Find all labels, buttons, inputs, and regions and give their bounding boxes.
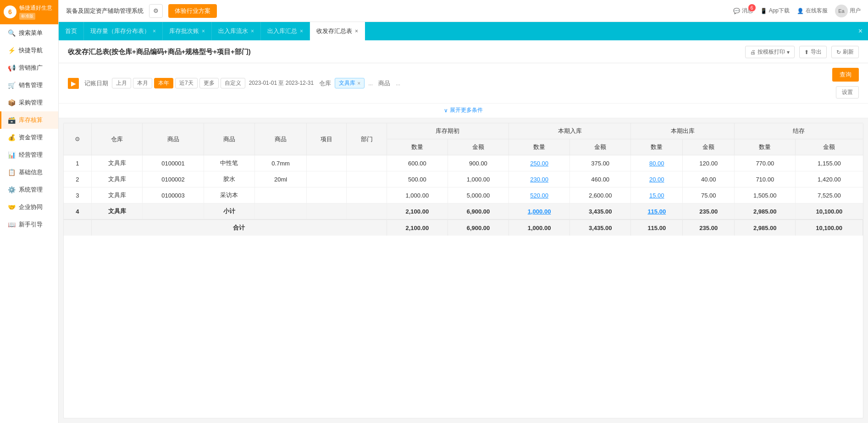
finance-icon: 💰 [8, 134, 15, 141]
cell-close-amt: 7,525.00 [796, 187, 863, 203]
warehouse-filter-label: 仓库 [319, 79, 331, 88]
footer-cell-1: 合计 [91, 220, 387, 236]
tab-inout-summary-close[interactable]: × [300, 28, 303, 34]
sidebar-item-label: 资金管理 [19, 133, 43, 142]
cell-product-spec: 0.7mm [255, 155, 307, 171]
data-table: ⚙ 仓库 商品 商品 商品 项目 部门 库存期初 本期入库 本期出库 结存 [64, 123, 863, 236]
warehouse-tag-close[interactable]: × [357, 80, 360, 87]
col-header-dept: 部门 [347, 123, 387, 155]
sidebar-item-basic-info[interactable]: 📋 基础信息 [0, 164, 58, 181]
cell-in-qty[interactable]: 520.00 [509, 187, 570, 203]
tab-inventory-dist-close[interactable]: × [153, 28, 156, 34]
tab-receive-summary-close[interactable]: × [355, 28, 358, 34]
sidebar-item-label: 销售管理 [19, 81, 43, 89]
tab-inventory-dist[interactable]: 现存量（库存分布表） × [84, 22, 163, 40]
warehouse-filter-more[interactable]: ... [368, 80, 373, 87]
warehouse-filter-group: 仓库 文具库 × ... [319, 78, 373, 88]
cell-product-code: 0100002 [143, 171, 204, 187]
date-btn-custom[interactable]: 自定义 [221, 78, 245, 88]
sidebar-item-operations[interactable]: 📊 经营管理 [0, 146, 58, 164]
sidebar-item-label: 营销推广 [19, 64, 43, 72]
sidebar-item-label: 新手引导 [19, 220, 43, 229]
product-filter-more[interactable]: ... [396, 80, 400, 87]
cell-warehouse: 文具库 [91, 171, 143, 187]
sidebar-item-inventory[interactable]: 🗃️ 库存核算 [0, 111, 58, 129]
sidebar-item-marketing[interactable]: 📢 营销推广 [0, 59, 58, 77]
settings-gear-button[interactable]: ⚙ [149, 4, 163, 18]
cell-in-amt: 460.00 [570, 171, 631, 187]
app-download-button[interactable]: 📱 App下载 [760, 7, 790, 15]
topbar-right: 💬 消息 6 📱 App下载 👤 在线客服 Ea 用户 [733, 5, 861, 17]
tab-inout-flow[interactable]: 出入库流水 × [212, 22, 261, 40]
cell-open-amt: 6,900.00 [448, 203, 509, 220]
tab-batch-ledger[interactable]: 库存批次账 × [163, 22, 212, 40]
user-avatar: Ea [835, 5, 848, 17]
cell-seq: 3 [64, 187, 91, 203]
tab-home[interactable]: 首页 [59, 22, 84, 40]
warehouse-tag[interactable]: 文具库 × [335, 78, 365, 88]
user-button[interactable]: Ea 用户 [835, 5, 861, 17]
col-header-settings[interactable]: ⚙ [64, 123, 91, 155]
tabbar-close-all[interactable]: × [853, 22, 868, 40]
sidebar-item-cooperation[interactable]: 🤝 企业协同 [0, 198, 58, 216]
quick-nav-icon: ⚡ [8, 47, 15, 54]
cell-out-qty[interactable]: 115.00 [631, 203, 683, 220]
cell-in-qty[interactable]: 230.00 [509, 171, 570, 187]
col-header-inbound: 本期入库 [509, 123, 631, 139]
date-btn-this-month[interactable]: 本月 [133, 78, 152, 88]
refresh-button[interactable]: ↻ 刷新 [831, 46, 859, 58]
tab-inout-flow-close[interactable]: × [251, 28, 254, 34]
expand-conditions-button[interactable]: ∨ 展开更多条件 [444, 106, 483, 114]
date-btn-this-year[interactable]: 本年 [154, 78, 173, 88]
filter-toggle-button[interactable]: ▶ [68, 78, 79, 89]
app-logo: 6 [4, 5, 17, 18]
cell-out-qty[interactable]: 20.00 [631, 171, 683, 187]
col-header-opening: 库存期初 [387, 123, 509, 139]
main-area: 装备及固定资产辅助管理系统 ⚙ 体验行业方案 💬 消息 6 📱 App下载 👤 … [59, 0, 868, 423]
col-header-product-name: 商品 [204, 123, 255, 155]
online-service-button[interactable]: 👤 在线客服 [797, 7, 828, 15]
sidebar-item-search-menu[interactable]: 🔍 搜索菜单 [0, 24, 58, 42]
cell-in-qty[interactable]: 250.00 [509, 155, 570, 171]
cell-project [307, 187, 347, 203]
tab-inout-summary[interactable]: 出入库汇总 × [261, 22, 310, 40]
sidebar-item-sales[interactable]: 🛒 销售管理 [0, 77, 58, 94]
page-header: 收发存汇总表(按仓库+商品编码+商品+规格型号+项目+部门) 🖨 按模板打印 ▾… [59, 40, 868, 63]
sidebar-item-quick-nav[interactable]: ⚡ 快捷导航 [0, 42, 58, 59]
sidebar-item-guide[interactable]: 📖 新手引导 [0, 216, 58, 233]
cell-dept [347, 203, 387, 220]
cell-close-amt: 1,420.00 [796, 171, 863, 187]
tab-batch-ledger-close[interactable]: × [202, 28, 205, 34]
date-btn-last-month[interactable]: 上月 [112, 78, 131, 88]
export-button[interactable]: ⬆ 导出 [799, 46, 827, 58]
messages-button[interactable]: 💬 消息 6 [733, 7, 753, 15]
date-btn-more[interactable]: 更多 [199, 78, 219, 88]
print-button[interactable]: 🖨 按模板打印 ▾ [745, 46, 795, 58]
date-buttons: 上月 本月 本年 近7天 更多 自定义 [112, 78, 245, 88]
sidebar-item-purchase[interactable]: 📦 采购管理 [0, 94, 58, 111]
query-button[interactable]: 查询 [832, 68, 859, 82]
table-settings-icon[interactable]: ⚙ [75, 136, 80, 143]
filter-settings-button[interactable]: 设置 [836, 86, 859, 99]
sidebar-item-finance[interactable]: 💰 资金管理 [0, 129, 58, 146]
footer-cell-4: 1,000.00 [509, 220, 570, 236]
cell-open-qty: 2,100.00 [387, 203, 448, 220]
date-btn-7days[interactable]: 近7天 [175, 78, 198, 88]
page-title-text: 收发存汇总表(按仓库+商品编码+商品+规格型号+项目+部门) [68, 48, 251, 56]
cell-out-amt: 235.00 [683, 203, 735, 220]
cell-in-qty[interactable]: 1,000.00 [509, 203, 570, 220]
cell-close-amt: 1,155.00 [796, 155, 863, 171]
tab-receive-summary[interactable]: 收发存汇总表 × [310, 22, 365, 40]
sidebar-item-system[interactable]: ⚙️ 系统管理 [0, 181, 58, 198]
cell-out-qty[interactable]: 80.00 [631, 155, 683, 171]
footer-cell-8: 2,985.00 [735, 220, 796, 236]
warehouse-tag-value: 文具库 [339, 79, 355, 87]
date-filter-label: 记账日期 [84, 79, 108, 88]
trial-button[interactable]: 体验行业方案 [168, 4, 217, 18]
col-header-outbound: 本期出库 [631, 123, 735, 139]
app-title: 畅捷通好生意 [19, 5, 52, 12]
footer-cell-3: 6,900.00 [448, 220, 509, 236]
sales-icon: 🛒 [8, 82, 15, 89]
cell-project [307, 171, 347, 187]
cell-out-qty[interactable]: 15.00 [631, 187, 683, 203]
